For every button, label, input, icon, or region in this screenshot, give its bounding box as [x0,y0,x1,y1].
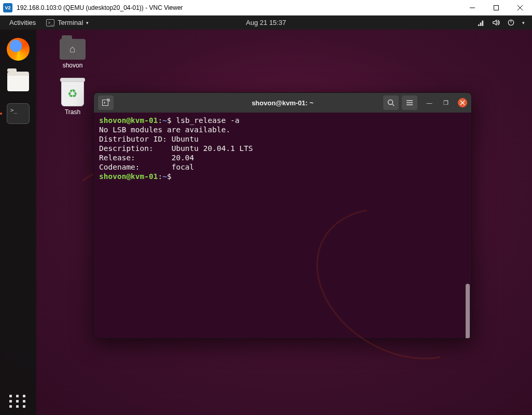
close-icon [460,100,465,105]
volume-icon [492,19,500,26]
terminal-icon: >_ [7,103,30,124]
show-applications-button[interactable] [9,395,27,408]
prompt-user: shovon@kvm-01 [99,116,158,125]
chevron-down-icon: ▾ [86,20,89,25]
new-tab-button[interactable] [98,95,114,110]
terminal-body[interactable]: shovon@kvm-01:~$ lsb_release -a No LSB m… [94,113,471,338]
minimize-icon [470,5,475,10]
activities-button[interactable]: Activities [4,19,41,26]
svg-rect-0 [494,5,499,10]
firefox-icon [7,38,30,61]
prompt-char: $ [167,172,172,181]
prompt-user: shovon@kvm-01 [99,172,158,181]
terminal-close-button[interactable] [458,98,467,107]
output-line: Release: 20.04 [99,154,194,162]
gnome-topbar: Activities >_ Terminal ▾ Aug 21 15:37 ▾ [0,16,532,30]
chevron-down-icon: ▾ [522,20,525,25]
terminal-icon: >_ [46,19,54,26]
app-menu-label: Terminal [58,19,83,26]
desktop-icon-home[interactable]: shovon [52,39,93,69]
hamburger-icon [405,99,414,107]
vnc-minimize-button[interactable] [460,0,484,16]
desktop-icon-label: Trash [52,108,93,116]
prompt-path: ~ [162,116,167,125]
prompt-sep: : [158,172,163,181]
command-text: lsb_release -a [176,116,239,125]
output-line: Description: Ubuntu 20.04.1 LTS [99,144,253,153]
app-menu-button[interactable]: >_ Terminal ▾ [41,19,94,26]
prompt-path: ~ [162,172,167,181]
output-line: Distributor ID: Ubuntu [99,135,199,143]
terminal-search-button[interactable] [383,95,399,110]
dock-item-terminal[interactable]: >_ [5,100,32,127]
vnc-titlebar[interactable]: V2 192.168.0.103:0 (QEMU (udesktop20_04-… [0,0,532,16]
vnc-close-button[interactable] [508,0,532,16]
dock-item-files[interactable] [5,68,32,95]
desktop-icon-trash[interactable]: Trash [52,80,93,116]
close-icon [517,5,523,10]
clock[interactable]: Aug 21 15:37 [241,19,291,26]
vnc-maximize-button[interactable] [484,0,508,16]
vnc-window-title: 192.168.0.103:0 (QEMU (udesktop20_04-01)… [17,4,183,11]
dock-item-firefox[interactable] [5,36,32,63]
terminal-scrollbar[interactable] [466,284,470,338]
files-icon [7,72,29,91]
terminal-window-controls: — ❐ [425,98,467,107]
maximize-icon [494,5,499,10]
terminal-minimize-button[interactable]: — [425,98,434,107]
output-line: Codename: focal [99,163,194,171]
terminal-maximize-button[interactable]: ❐ [441,98,451,107]
prompt-char: $ [167,116,172,125]
desktop-icons: shovon Trash [52,39,93,127]
vnc-logo-icon: V2 [3,3,12,12]
new-tab-icon [102,99,110,107]
desktop-icon-label: shovon [52,62,93,69]
power-icon [507,19,515,26]
output-line: No LSB modules are available. [99,126,230,134]
svg-point-3 [388,100,393,105]
terminal-window: shovon@kvm-01: ~ — ❐ shovon@kvm-01:~$ ls… [93,92,472,339]
terminal-menu-button[interactable] [402,95,417,110]
network-icon [477,19,485,26]
ubuntu-desktop: Activities >_ Terminal ▾ Aug 21 15:37 ▾ [0,16,532,415]
system-status-area[interactable]: ▾ [477,19,528,26]
vnc-viewer-window: V2 192.168.0.103:0 (QEMU (udesktop20_04-… [0,0,532,415]
terminal-headerbar[interactable]: shovon@kvm-01: ~ — ❐ [94,93,471,113]
prompt-sep: : [158,116,163,125]
dock: >_ [0,30,36,415]
search-icon [387,99,395,107]
trash-icon [61,80,84,106]
terminal-title: shovon@kvm-01: ~ [251,99,313,107]
home-folder-icon [60,39,86,60]
